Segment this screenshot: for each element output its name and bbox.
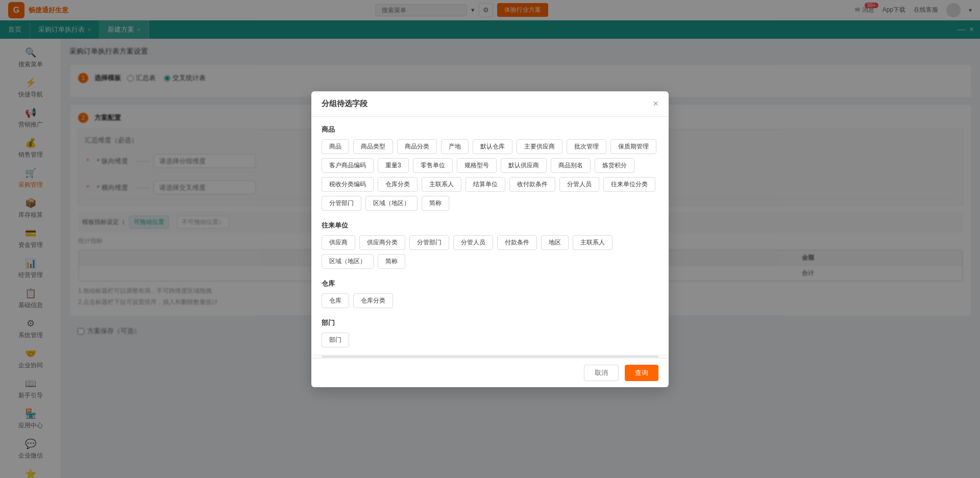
modal-dialog: 分组待选字段 × 商品 商品 商品类型 商品分类 产地 默认仓库 主要供应商 批… <box>311 91 669 387</box>
modal-hscroll-track <box>322 356 658 358</box>
field-tag-goods-20[interactable]: 分管人员 <box>559 177 599 192</box>
field-tag-partner-8[interactable]: 简称 <box>378 254 405 269</box>
field-tag-goods-18[interactable]: 结算单位 <box>465 177 505 192</box>
field-tag-goods-23[interactable]: 区域（地区） <box>365 196 418 211</box>
field-tag-goods-9[interactable]: 重量3 <box>378 158 409 173</box>
field-tag-partner-6[interactable]: 主联系人 <box>573 235 612 250</box>
field-section-warehouse-title: 仓库 <box>322 279 658 288</box>
field-tag-partner-4[interactable]: 付款条件 <box>497 235 537 250</box>
field-tag-goods-13[interactable]: 商品别名 <box>551 158 591 173</box>
field-tag-goods-21[interactable]: 往来单位分类 <box>603 177 655 192</box>
field-section-partner-title: 往来单位 <box>322 221 658 230</box>
field-tag-partner-1[interactable]: 供应商分类 <box>359 235 405 250</box>
field-tags-dept: 部门 <box>322 333 658 347</box>
field-section-goods-title: 商品 <box>322 125 658 134</box>
field-tag-partner-0[interactable]: 供应商 <box>322 235 355 250</box>
field-tag-dept-0[interactable]: 部门 <box>322 333 349 347</box>
field-tag-warehouse-0[interactable]: 仓库 <box>322 293 349 308</box>
field-tag-goods-12[interactable]: 默认供应商 <box>501 158 547 173</box>
field-tag-goods-7[interactable]: 保质期管理 <box>610 139 656 154</box>
field-tags-partner: 供应商 供应商分类 分管部门 分管人员 付款条件 地区 主联系人 区域（地区） … <box>322 235 658 269</box>
modal-hscroll-bar[interactable] <box>311 355 669 358</box>
modal-footer: 取消 查询 <box>311 358 669 387</box>
field-tag-partner-2[interactable]: 分管部门 <box>409 235 449 250</box>
field-tag-goods-19[interactable]: 收付款条件 <box>509 177 555 192</box>
field-tag-partner-5[interactable]: 地区 <box>541 235 569 250</box>
field-tag-goods-17[interactable]: 主联系人 <box>422 177 461 192</box>
field-tag-goods-3[interactable]: 产地 <box>441 139 469 154</box>
field-tag-goods-15[interactable]: 税收分类编码 <box>322 177 374 192</box>
field-tag-goods-0[interactable]: 商品 <box>322 139 349 154</box>
field-tag-warehouse-1[interactable]: 仓库分类 <box>353 293 393 308</box>
field-tags-goods: 商品 商品类型 商品分类 产地 默认仓库 主要供应商 批次管理 保质期管理 客户… <box>322 139 658 211</box>
field-tag-partner-7[interactable]: 区域（地区） <box>322 254 374 269</box>
cancel-button[interactable]: 取消 <box>584 365 619 381</box>
field-tag-goods-5[interactable]: 主要供应商 <box>517 139 562 154</box>
modal-close-button[interactable]: × <box>653 98 658 109</box>
confirm-button[interactable]: 查询 <box>625 365 658 381</box>
field-tag-goods-10[interactable]: 零售单位 <box>413 158 453 173</box>
field-tag-partner-3[interactable]: 分管人员 <box>453 235 493 250</box>
field-section-goods: 商品 商品 商品类型 商品分类 产地 默认仓库 主要供应商 批次管理 保质期管理… <box>322 125 658 211</box>
field-tag-goods-6[interactable]: 批次管理 <box>567 139 606 154</box>
field-section-dept: 部门 部门 <box>322 318 658 347</box>
modal-overlay: 分组待选字段 × 商品 商品 商品类型 商品分类 产地 默认仓库 主要供应商 批… <box>0 0 980 478</box>
field-tags-warehouse: 仓库 仓库分类 <box>322 293 658 308</box>
modal-header: 分组待选字段 × <box>311 91 669 117</box>
field-tag-goods-24[interactable]: 简称 <box>422 196 449 211</box>
field-tag-goods-11[interactable]: 规格型号 <box>457 158 497 173</box>
field-tag-goods-14[interactable]: 炼货积分 <box>595 158 634 173</box>
field-tag-goods-8[interactable]: 客户商品编码 <box>322 158 374 173</box>
field-section-warehouse: 仓库 仓库 仓库分类 <box>322 279 658 308</box>
field-section-dept-title: 部门 <box>322 318 658 328</box>
field-tag-goods-22[interactable]: 分管部门 <box>322 196 361 211</box>
modal-title: 分组待选字段 <box>322 99 368 109</box>
field-tag-goods-1[interactable]: 商品类型 <box>353 139 393 154</box>
field-tag-goods-4[interactable]: 默认仓库 <box>473 139 512 154</box>
modal-body: 商品 商品 商品类型 商品分类 产地 默认仓库 主要供应商 批次管理 保质期管理… <box>311 117 669 355</box>
field-tag-goods-16[interactable]: 仓库分类 <box>378 177 418 192</box>
field-tag-goods-2[interactable]: 商品分类 <box>397 139 437 154</box>
field-section-partner: 往来单位 供应商 供应商分类 分管部门 分管人员 付款条件 地区 主联系人 区域… <box>322 221 658 269</box>
